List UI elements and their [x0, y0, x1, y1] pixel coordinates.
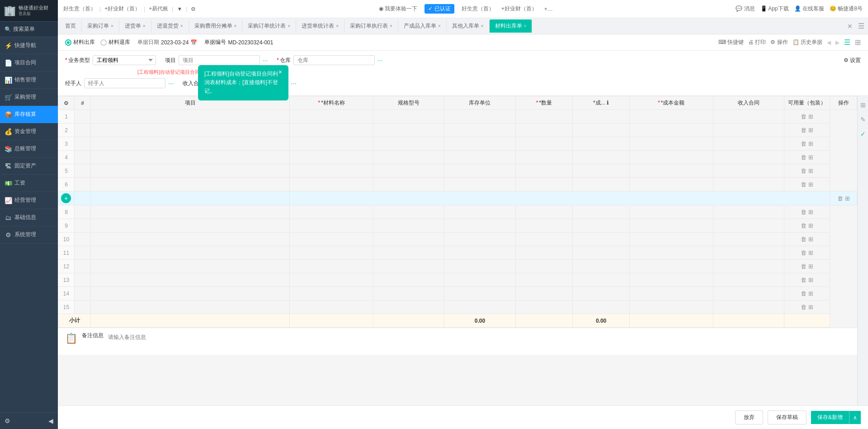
cell-unit[interactable]	[373, 110, 444, 124]
topbar-hyc2[interactable]: +好业财（首）	[501, 5, 537, 13]
cell-cost-amount[interactable]	[573, 151, 630, 164]
cell-available[interactable]	[713, 151, 784, 164]
remarks-input[interactable]	[108, 332, 850, 348]
cell-cost[interactable]	[515, 273, 573, 287]
tab-purchase-expense-close[interactable]: ×	[234, 24, 237, 29]
tab-purchase-exec-close[interactable]: ×	[390, 24, 392, 29]
cell-project[interactable]	[75, 273, 91, 287]
cell-spec[interactable]	[290, 164, 373, 178]
copy-icon[interactable]: ⊞	[808, 222, 813, 229]
cell-project[interactable]	[75, 233, 91, 246]
sidebar-item-purchase[interactable]: 🛒 采购管理	[0, 89, 58, 106]
cell-material[interactable]	[91, 300, 290, 314]
tab-purchase-order[interactable]: 采购订单 ×	[82, 19, 119, 33]
th-settings[interactable]: ⚙	[58, 96, 75, 110]
copy-icon[interactable]: ⊞	[808, 127, 813, 133]
tab-purchase-order-close[interactable]: ×	[111, 24, 113, 29]
sidebar-item-sales[interactable]: 📊 销售管理	[0, 72, 58, 89]
cell-unit[interactable]	[373, 246, 444, 260]
cell-project[interactable]	[75, 300, 91, 314]
cell-active-2[interactable]	[91, 191, 290, 205]
cell-cost[interactable]	[515, 205, 573, 219]
sidebar-item-quicknav[interactable]: ⚡ 快捷导航	[0, 37, 58, 54]
cell-unit[interactable]	[373, 287, 444, 300]
delete-icon[interactable]: 🗑	[801, 181, 807, 188]
delete-icon[interactable]: 🗑	[801, 113, 807, 120]
cell-available[interactable]	[713, 287, 784, 300]
cell-material[interactable]	[91, 260, 290, 273]
cell-income-contract[interactable]	[629, 110, 713, 124]
quick-key-btn[interactable]: ⌨ 快捷键	[718, 38, 744, 46]
cell-qty[interactable]	[444, 246, 515, 260]
cell-unit[interactable]	[373, 300, 444, 314]
project-input[interactable]	[179, 55, 260, 65]
cell-spec[interactable]	[290, 246, 373, 260]
cell-income-contract[interactable]	[629, 233, 713, 246]
cell-available[interactable]	[713, 246, 784, 260]
cell-spec[interactable]	[290, 260, 373, 273]
cell-cost-amount[interactable]	[573, 219, 630, 233]
sidebar-gear-icon[interactable]: ⚙	[5, 417, 10, 424]
tab-product-inbound[interactable]: 产成品入库单 ×	[398, 19, 447, 33]
cell-cost[interactable]	[515, 110, 573, 124]
topbar-hsy1[interactable]: 好生意（首）	[63, 5, 96, 13]
cell-material[interactable]	[91, 233, 290, 246]
tab-close-all[interactable]: ✕	[844, 21, 856, 32]
cell-cost-amount[interactable]	[573, 164, 630, 178]
copy-icon[interactable]: ⊞	[808, 140, 813, 147]
topbar-hsy2[interactable]: 好生意（首）	[462, 5, 494, 13]
cell-income-contract[interactable]	[629, 273, 713, 287]
copy-icon[interactable]: ⊞	[808, 276, 813, 283]
sidebar-item-management[interactable]: 📈 经营管理	[0, 192, 58, 209]
topbar-app-download[interactable]: 📱 App下载	[760, 5, 789, 13]
cell-project[interactable]	[75, 178, 91, 191]
add-row-button[interactable]: +	[61, 193, 71, 203]
cell-spec[interactable]	[290, 205, 373, 219]
grid-view-icon[interactable]: ⊞	[855, 38, 861, 47]
save-new-label[interactable]: 保存&新增	[811, 411, 849, 424]
cell-material[interactable]	[91, 287, 290, 300]
cell-project[interactable]	[75, 110, 91, 124]
tab-product-inbound-close[interactable]: ×	[438, 24, 441, 29]
cell-material[interactable]	[91, 178, 290, 191]
cell-qty[interactable]	[444, 233, 515, 246]
tab-material-outbound-close[interactable]: ×	[524, 24, 527, 29]
cell-spec[interactable]	[290, 124, 373, 137]
cell-spec[interactable]	[290, 287, 373, 300]
cell-qty[interactable]	[444, 273, 515, 287]
cell-project[interactable]	[75, 260, 91, 273]
tab-material-outbound[interactable]: 材料出库单 ×	[490, 19, 533, 33]
cell-cost-amount[interactable]	[573, 124, 630, 137]
topbar-settings-icon[interactable]: ⚙	[191, 6, 196, 12]
cell-qty[interactable]	[444, 260, 515, 273]
topbar-user[interactable]: 😊 畅捷通8号	[830, 5, 863, 13]
cell-unit[interactable]	[373, 233, 444, 246]
copy-icon[interactable]: ⊞	[808, 113, 813, 120]
tab-purchase-expense[interactable]: 采购费用分摊单 ×	[189, 19, 243, 33]
settings-btn[interactable]: ⚙ 设置	[844, 57, 861, 64]
delete-icon[interactable]: 🗑	[801, 140, 807, 147]
cell-material[interactable]	[91, 137, 290, 151]
tab-goods-return[interactable]: 进退货货 ×	[151, 19, 189, 33]
copy-icon[interactable]: ⊞	[808, 249, 813, 256]
cell-cost[interactable]	[515, 164, 573, 178]
save-draft-button[interactable]: 保存草稿	[768, 410, 807, 424]
topbar-ydz[interactable]: +易代账	[149, 5, 168, 13]
cell-available[interactable]	[713, 178, 784, 191]
cell-available[interactable]	[713, 219, 784, 233]
active-input-1[interactable]	[77, 195, 88, 202]
cell-cost[interactable]	[515, 137, 573, 151]
delete-icon[interactable]: 🗑	[801, 290, 807, 297]
cell-cost[interactable]	[515, 219, 573, 233]
cell-unit[interactable]	[373, 151, 444, 164]
cell-project[interactable]	[75, 151, 91, 164]
list-view-icon[interactable]: ☰	[844, 38, 850, 47]
cell-cost-amount[interactable]	[573, 300, 630, 314]
delete-icon[interactable]: 🗑	[801, 249, 807, 256]
cell-income-contract[interactable]	[629, 178, 713, 191]
cell-income-contract[interactable]	[629, 124, 713, 137]
copy-icon[interactable]: ⊞	[808, 304, 813, 310]
copy-icon[interactable]: ⊞	[808, 154, 813, 161]
tab-other-inbound-close[interactable]: ×	[481, 24, 484, 29]
cell-spec[interactable]	[290, 233, 373, 246]
